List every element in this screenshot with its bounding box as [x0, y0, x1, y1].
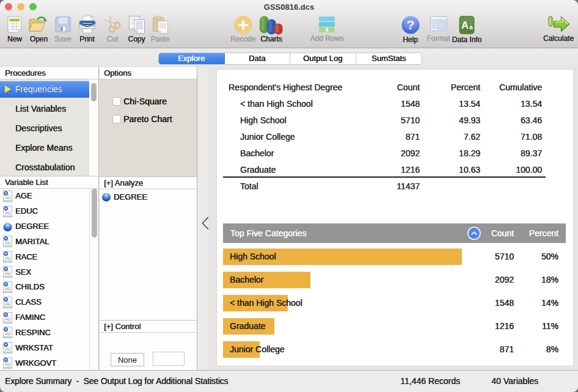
svg-text:A: A: [461, 20, 469, 31]
svg-text:a: a: [469, 24, 473, 31]
